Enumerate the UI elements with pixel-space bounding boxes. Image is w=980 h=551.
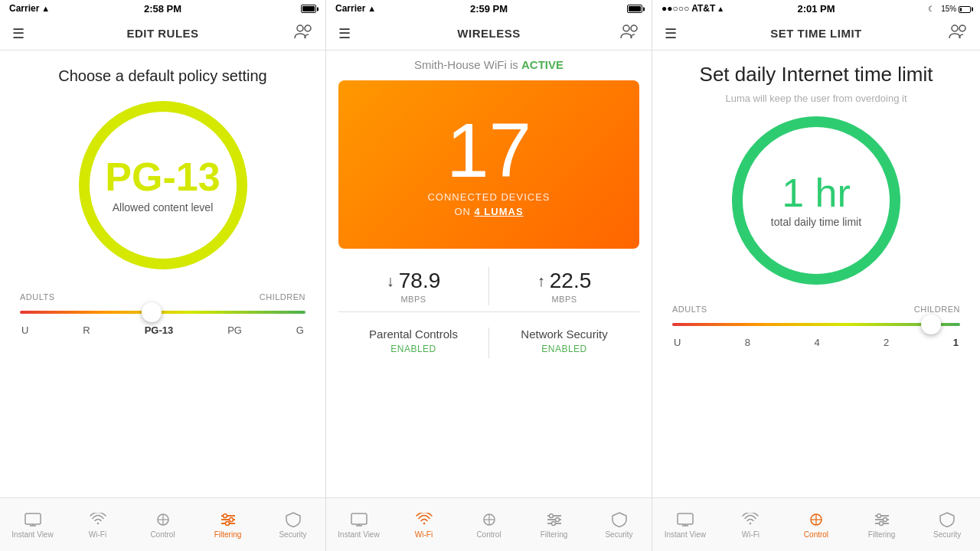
mark-1-3: 1 xyxy=(953,337,959,348)
svg-point-15 xyxy=(631,25,637,31)
connected-label: CONNECTED DEVICES xyxy=(427,191,550,203)
svg-point-27 xyxy=(551,522,555,526)
security-icon-2 xyxy=(610,510,629,529)
tab-instant-view-3[interactable]: Instant View xyxy=(652,510,718,539)
tab-wifi-2[interactable]: Wi-Fi xyxy=(391,510,456,539)
svg-point-11 xyxy=(229,518,233,522)
tab-security-2[interactable]: Security xyxy=(586,510,652,539)
tab-label-security-3: Security xyxy=(933,530,961,539)
menu-button-3[interactable] xyxy=(665,25,677,42)
tab-security-1[interactable]: Security xyxy=(260,510,325,539)
tab-filtering-2[interactable]: Filtering xyxy=(521,510,586,539)
download-unit: MBPS xyxy=(400,295,426,304)
content-slider-section: ADULTS CHILDREN U R PG-13 PG G xyxy=(12,285,313,336)
carrier-1: Carrier xyxy=(9,3,39,14)
allowed-label: Allowed content level xyxy=(113,201,214,214)
rating-circle: PG-13 Allowed content level xyxy=(79,101,247,269)
filtering-icon-1 xyxy=(219,510,237,529)
upload-top: ↑ 22.5 xyxy=(537,269,592,293)
slider-thumb-1[interactable] xyxy=(142,302,162,322)
mark-4-3: 4 xyxy=(814,337,819,348)
status-bar-3: ●●○○○ AT&T ▲ 2:01 PM ☾ 15% xyxy=(652,0,980,17)
parental-label: Parental Controls xyxy=(369,328,458,341)
panel-edit-rules: Carrier ▲ 2:58 PM EDIT RULES Choose a de… xyxy=(0,0,326,551)
tab-instant-view-1[interactable]: Instant View xyxy=(0,510,65,539)
wifi-tab-icon-2 xyxy=(415,510,433,529)
network-status: ENABLED xyxy=(541,344,587,354)
tab-label-filtering-1: Filtering xyxy=(214,530,242,539)
connected-number: 17 xyxy=(446,112,531,188)
time-limit-subtitle: Luma will keep the user from overdoing i… xyxy=(725,93,906,104)
security-icon-3 xyxy=(938,510,956,529)
tab-label-security-1: Security xyxy=(279,530,306,539)
tab-filtering-3[interactable]: Filtering xyxy=(849,510,915,539)
wifi-status-line: Smith-House WiFi is ACTIVE xyxy=(414,58,564,71)
rating-value: PG-13 xyxy=(105,157,220,197)
slider-thumb-3[interactable] xyxy=(921,315,941,334)
tab-label-filtering-2: Filtering xyxy=(541,530,568,539)
header-3: SET TIME LIMIT xyxy=(652,17,980,51)
mark-pg: PG xyxy=(227,324,242,336)
upload-arrow: ↑ xyxy=(537,272,545,290)
instant-view-icon-3 xyxy=(676,510,694,529)
tab-label-wifi-3: Wi-Fi xyxy=(742,530,760,539)
svg-point-9 xyxy=(223,514,227,518)
upload-value: 22.5 xyxy=(550,269,592,293)
tab-bar-1: Instant View Wi-Fi Control xyxy=(0,497,325,551)
on-label: ON 4 LUMAS xyxy=(454,206,523,217)
tab-security-3[interactable]: Security xyxy=(914,510,980,539)
time-label: total daily time limit xyxy=(771,216,861,228)
page-title-1: EDIT RULES xyxy=(126,27,198,40)
slider-marks-3: U 8 4 2 1 xyxy=(672,337,960,348)
mark-r: R xyxy=(83,324,90,336)
tab-label-instant-2: Instant View xyxy=(338,530,379,539)
tab-control-3[interactable]: Control xyxy=(783,510,849,539)
tab-control-2[interactable]: Control xyxy=(456,510,521,539)
slider-track-container-3[interactable] xyxy=(672,317,960,332)
slider-track-container-1[interactable] xyxy=(20,305,305,320)
tab-label-control-2: Control xyxy=(476,530,501,539)
people-icon-1[interactable] xyxy=(293,24,313,43)
menu-button-2[interactable] xyxy=(338,25,351,42)
right-icons-2 xyxy=(627,3,642,14)
people-icon-2[interactable] xyxy=(619,24,639,43)
tab-label-wifi-2: Wi-Fi xyxy=(415,530,433,539)
time-slider-labels: ADULTS CHILDREN xyxy=(672,305,960,314)
filtering-icon-2 xyxy=(545,510,564,529)
tab-bar-3: Instant View Wi-Fi Control xyxy=(652,497,980,551)
slider-track-3 xyxy=(672,323,960,326)
time-limit-title: Set daily Internet time limit xyxy=(700,63,933,86)
wifi-tab-icon-3 xyxy=(741,510,760,529)
tab-label-instant-1: Instant View xyxy=(11,530,53,539)
menu-button-1[interactable] xyxy=(12,25,24,42)
tab-control-1[interactable]: Control xyxy=(130,510,195,539)
mark-2-3: 2 xyxy=(884,337,889,348)
people-icon-3[interactable] xyxy=(948,24,968,43)
wifi-icon-3: ▲ xyxy=(717,5,724,13)
download-value: 78.9 xyxy=(399,269,441,293)
time-1: 2:58 PM xyxy=(144,3,181,15)
svg-point-14 xyxy=(623,25,629,31)
svg-rect-16 xyxy=(351,514,367,524)
instant-view-icon-1 xyxy=(24,510,42,529)
lumas-link[interactable]: 4 LUMAS xyxy=(475,206,524,217)
svg-point-13 xyxy=(225,522,229,526)
time-value: 1 hr xyxy=(782,173,851,213)
wifi-icon-1: ▲ xyxy=(41,4,50,13)
upload-unit: MBPS xyxy=(551,295,577,304)
mark-u-3: U xyxy=(674,337,681,348)
tab-label-wifi-1: Wi-Fi xyxy=(89,530,106,539)
tab-filtering-1[interactable]: Filtering xyxy=(195,510,260,539)
tab-bar-2: Instant View Wi-Fi Control xyxy=(326,497,652,551)
main-content-3: Set daily Internet time limit Luma will … xyxy=(652,51,980,497)
tab-instant-view-2[interactable]: Instant View xyxy=(326,510,391,539)
tab-label-control-1: Control xyxy=(150,530,175,539)
tab-wifi-3[interactable]: Wi-Fi xyxy=(718,510,784,539)
download-top: ↓ 78.9 xyxy=(387,269,441,293)
wifi-tab-icon-1 xyxy=(89,510,107,529)
svg-point-39 xyxy=(883,518,887,522)
connected-devices-box: 17 CONNECTED DEVICES ON 4 LUMAS xyxy=(338,80,639,249)
tab-wifi-1[interactable]: Wi-Fi xyxy=(65,510,130,539)
svg-rect-2 xyxy=(25,514,41,524)
mark-pg13: PG-13 xyxy=(145,324,174,336)
